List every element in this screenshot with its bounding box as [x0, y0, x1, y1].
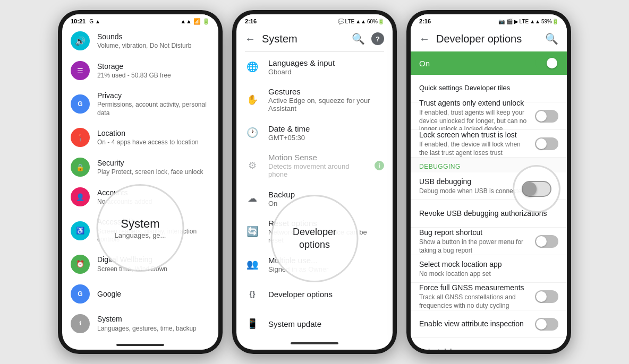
- view-attr-text: Enable view attribute inspection: [419, 319, 529, 328]
- sys-item-developer[interactable]: {} Developer options: [236, 279, 393, 309]
- sys-item-languages[interactable]: 🌐 Languages & input Gboard: [236, 52, 393, 82]
- storage-icon: ☰: [71, 61, 90, 80]
- phone3-signal: ▲▲: [530, 19, 540, 24]
- phone2-status-left: 2:16: [245, 18, 257, 24]
- settings-item-location[interactable]: 📍 Location On - 4 apps have access to lo…: [62, 123, 218, 152]
- privacy-title: Privacy: [97, 91, 210, 100]
- phone2-screen: 2:16 💬 LTE ▲▲ 60%🔋 ← System 🔍 ?: [236, 14, 393, 350]
- view-attr-toggle[interactable]: [535, 318, 558, 331]
- phone2-system-list: 🌐 Languages & input Gboard ✋ Gestures Ac…: [236, 52, 393, 339]
- phone2-help-icon[interactable]: ?: [371, 32, 384, 45]
- phone2-lte: LTE: [345, 19, 355, 24]
- sys-item-reset[interactable]: 🔄 Reset options Network, apps, or device…: [236, 213, 393, 249]
- dev-item-gnss[interactable]: Force full GNSS measurements Track all G…: [411, 283, 567, 310]
- gnss-toggle-thumb: [536, 291, 547, 302]
- gnss-text: Force full GNSS measurements Track all G…: [419, 283, 529, 310]
- sys-item-users[interactable]: 👥 Multiple use... Signed in as Owner: [236, 249, 393, 279]
- phone2-time: 2:16: [245, 18, 257, 24]
- bug-report-text: Bug report shortcut Show a button in the…: [419, 228, 529, 255]
- quick-settings-title: Quick settings Developer tiles: [419, 84, 558, 93]
- backup-icon: ☁: [245, 191, 260, 206]
- phone1-status-left: 10:21 G ▲: [71, 18, 100, 24]
- sys-item-datetime[interactable]: 🕐 Date & time GMT+05:30: [236, 118, 393, 148]
- on-off-row[interactable]: On: [411, 51, 567, 75]
- languages-icon: 🌐: [245, 59, 260, 74]
- dev-item-view-attr[interactable]: Enable view attribute inspection: [411, 310, 567, 338]
- settings-item-security[interactable]: 🔒 Security Play Protect, screen lock, fa…: [62, 152, 218, 182]
- settings-item-storage[interactable]: ☰ Storage 21% used - 50.83 GB free: [62, 56, 218, 85]
- storage-text: Storage 21% used - 50.83 GB free: [97, 62, 210, 80]
- accessibility-title: Accessibility: [97, 217, 210, 227]
- sounds-title: Sounds: [97, 32, 210, 41]
- phone2-title: System: [262, 33, 345, 45]
- settings-item-system[interactable]: ℹ System Languages, gestures, time, back…: [62, 309, 218, 339]
- datetime-title: Date & time: [268, 124, 384, 133]
- view-attr-title: Enable view attribute inspection: [419, 319, 529, 328]
- storage-subtitle: 21% used - 50.83 GB free: [97, 72, 210, 80]
- dev-item-debug-app[interactable]: Select debug app: [411, 338, 567, 350]
- phone2-status-right: 💬 LTE ▲▲ 60%🔋: [338, 19, 384, 24]
- settings-item-sounds[interactable]: 🔊 Sounds Volume, vibration, Do Not Distu…: [62, 26, 218, 56]
- signal-icon: ▲▲: [180, 18, 192, 24]
- trust-agents-toggle-thumb: [536, 111, 547, 122]
- home-bar-2: [291, 342, 338, 344]
- gnss-toggle[interactable]: [535, 290, 558, 303]
- dev-item-lock-screen[interactable]: Lock screen when trust is lost If enable…: [411, 130, 567, 158]
- bug-report-toggle-thumb: [536, 236, 547, 247]
- phone1-status-right: ▲▲ 📶 🔋: [180, 18, 210, 25]
- debug-app-text: Select debug app: [419, 347, 558, 350]
- settings-item-google[interactable]: G Google: [62, 279, 218, 309]
- settings-item-accounts[interactable]: 👤 Accounts No accounts added: [62, 182, 218, 212]
- developer-icon: {}: [245, 287, 260, 301]
- security-icon: 🔒: [71, 158, 90, 177]
- bug-report-toggle[interactable]: [535, 235, 558, 248]
- sounds-text: Sounds Volume, vibration, Do Not Disturb: [97, 32, 210, 50]
- languages-subtitle: Gboard: [268, 68, 384, 76]
- accounts-subtitle: No accounts added: [97, 198, 210, 206]
- settings-item-digital-wellbeing[interactable]: ⏰ Digital Wellbeing Screen time, Wind Do…: [62, 249, 218, 279]
- phone2-back-button[interactable]: ←: [245, 33, 256, 45]
- revoke-usb-text: Revoke USB debugging authorizations: [419, 209, 558, 218]
- phone3-top-bar: ← Developer options 🔍: [411, 26, 567, 51]
- sys-item-backup[interactable]: ☁ Backup On: [236, 184, 393, 213]
- lock-screen-toggle[interactable]: [535, 137, 558, 150]
- gnss-subtitle: Track all GNSS constellations and freque…: [419, 293, 529, 310]
- sys-item-gestures[interactable]: ✋ Gestures Active Edge on, squeeze for y…: [236, 82, 393, 118]
- debug-app-title: Select debug app: [419, 347, 558, 350]
- master-toggle[interactable]: [535, 57, 558, 70]
- google-icon: G: [71, 284, 90, 304]
- datetime-subtitle: GMT+05:30: [268, 134, 384, 142]
- system-subtitle: Languages, gestures, time, backup: [97, 325, 210, 333]
- dev-item-revoke-usb[interactable]: Revoke USB debugging authorizations: [411, 200, 567, 228]
- phone3-back-button[interactable]: ←: [419, 33, 430, 45]
- system-text: System Languages, gestures, time, backup: [97, 314, 210, 333]
- whatsapp-icon: 💬: [338, 19, 344, 24]
- dev-item-mock-location[interactable]: Select mock location app No mock locatio…: [411, 255, 567, 283]
- phone1-status-bar: 10:21 G ▲ ▲▲ 📶 🔋: [62, 14, 218, 26]
- sounds-subtitle: Volume, vibration, Do Not Disturb: [97, 42, 210, 50]
- dev-item-usb-debugging[interactable]: USB debugging Debug mode when USB is con…: [411, 172, 567, 200]
- phone3-search-icon[interactable]: 🔍: [545, 32, 558, 45]
- settings-item-privacy[interactable]: G Privacy Permissions, account activity,…: [62, 85, 218, 123]
- phone3-title: Developer options: [436, 33, 539, 45]
- lock-screen-title: Lock screen when trust is lost: [419, 130, 529, 140]
- motion-text: Motion Sense Detects movement around pho…: [268, 153, 366, 178]
- dev-item-bug-report[interactable]: Bug report shortcut Show a button in the…: [411, 228, 567, 255]
- gnss-title: Force full GNSS measurements: [419, 283, 529, 292]
- trust-agents-toggle[interactable]: [535, 110, 558, 123]
- phone1-time: 10:21: [71, 18, 86, 24]
- update-icon: 📱: [245, 316, 260, 331]
- phone2-battery: 60%🔋: [367, 19, 384, 24]
- digital-wellbeing-title: Digital Wellbeing: [97, 255, 210, 264]
- accessibility-icon: ♿: [71, 221, 90, 240]
- sys-item-update[interactable]: 📱 System update: [236, 309, 393, 339]
- phone2-wrapper: 2:16 💬 LTE ▲▲ 60%🔋 ← System 🔍 ?: [232, 10, 397, 354]
- settings-item-accessibility[interactable]: ♿ Accessibility Screen readers, display,…: [62, 212, 218, 249]
- reset-title: Reset options: [268, 219, 384, 228]
- storage-title: Storage: [97, 62, 210, 71]
- sys-item-motion[interactable]: ⚙ Motion Sense Detects movement around p…: [236, 148, 393, 184]
- lock-screen-toggle-thumb: [536, 138, 547, 149]
- phone1-screen: 10:21 G ▲ ▲▲ 📶 🔋 🔊: [62, 14, 218, 350]
- phone2-search-icon[interactable]: 🔍: [352, 32, 365, 45]
- dev-item-trust-agents[interactable]: Trust agents only extend unlock If enabl…: [411, 102, 567, 130]
